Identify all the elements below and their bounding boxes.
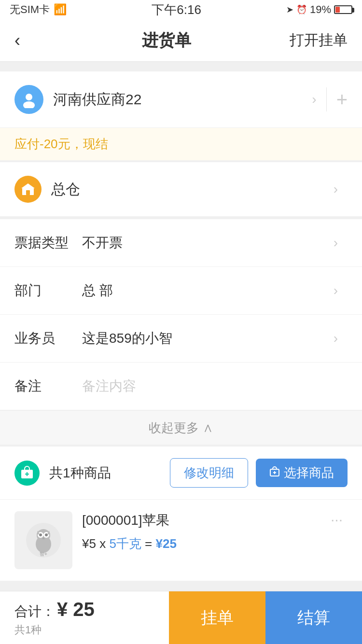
warehouse-name: 总仓	[51, 180, 334, 199]
remark-label: 备注	[14, 377, 72, 395]
salesperson-value: 这是859的小智	[82, 329, 334, 348]
total-amount: ¥ 25	[57, 599, 95, 620]
product-multiply: x	[99, 536, 109, 551]
supplier-section: 河南供应商22 › + 应付-20元，现结	[0, 71, 362, 160]
product-qty: 5千克	[109, 536, 141, 551]
product-price: ¥5	[82, 536, 96, 551]
select-product-icon	[269, 465, 280, 480]
invoice-type-label: 票据类型	[14, 234, 72, 252]
warehouse-section: 总仓 ›	[0, 162, 362, 216]
warehouse-chevron-icon: ›	[334, 182, 338, 197]
battery-percent: 19%	[310, 3, 331, 16]
select-product-label: 选择商品	[284, 464, 334, 481]
total-count: 共1种	[14, 623, 154, 637]
form-section: 票据类型 不开票 › 部门 总 部 › 业务员 这是859的小智 › 备注 备注…	[0, 219, 362, 410]
department-label: 部门	[14, 281, 72, 300]
top-divider	[0, 62, 362, 71]
status-left: 无SIM卡 📶	[10, 2, 67, 17]
product-name: [0000001]苹果	[82, 511, 326, 530]
warehouse-icon	[14, 176, 42, 203]
section-divider-2	[0, 217, 362, 218]
add-supplier-button[interactable]: +	[336, 89, 348, 111]
back-button[interactable]: ‹	[14, 30, 43, 51]
remark-input[interactable]: 备注内容	[82, 377, 348, 395]
product-count-label: 共1种商品	[49, 464, 170, 482]
svg-point-0	[26, 94, 32, 100]
location-icon: ➤	[286, 4, 293, 15]
product-header-icon	[14, 461, 40, 486]
supplier-name[interactable]: 河南供应商22	[53, 90, 312, 110]
svg-rect-4	[26, 190, 30, 195]
department-row[interactable]: 部门 总 部 ›	[0, 267, 362, 315]
svg-point-1	[23, 101, 35, 108]
product-thumbnail: 智+	[14, 511, 72, 569]
invoice-type-value: 不开票	[82, 234, 334, 252]
status-right: ➤ ⏰ 19%	[286, 3, 352, 16]
total-label: 合计：	[14, 602, 55, 621]
product-header: 共1种商品 修改明细 选择商品	[0, 447, 362, 500]
open-hang-button[interactable]: 打开挂单	[290, 30, 348, 50]
alarm-icon: ⏰	[296, 4, 307, 15]
nav-bar: ‹ 进货单 打开挂单	[0, 19, 362, 62]
supplier-info-banner: 应付-20元，现结	[0, 128, 362, 160]
total-section: 合计： ¥ 25 共1种	[0, 591, 169, 644]
product-item: 智+ [0000001]苹果 ¥5 x 5千克 = ¥25 ···	[0, 500, 362, 581]
svg-point-17	[45, 533, 48, 536]
modify-detail-button[interactable]: 修改明细	[170, 458, 248, 488]
battery-icon	[334, 5, 352, 14]
svg-text:智+: 智+	[40, 551, 47, 557]
wifi-icon: 📶	[54, 3, 67, 16]
status-bar: 无SIM卡 📶 下午6:16 ➤ ⏰ 19%	[0, 0, 362, 19]
salesperson-chevron: ›	[334, 331, 338, 346]
warehouse-row[interactable]: 总仓 ›	[0, 162, 362, 216]
supplier-avatar	[14, 85, 43, 114]
product-equals: =	[145, 536, 155, 551]
page-title: 进货单	[142, 29, 191, 52]
supplier-divider	[326, 87, 327, 112]
department-chevron: ›	[334, 283, 338, 298]
checkout-button[interactable]: 结算	[265, 591, 362, 644]
carrier-label: 无SIM卡	[10, 2, 50, 17]
remark-row[interactable]: 备注 备注内容	[0, 363, 362, 410]
product-total: ¥25	[156, 536, 177, 551]
product-section: 共1种商品 修改明细 选择商品	[0, 447, 362, 581]
hang-button[interactable]: 挂单	[169, 591, 265, 644]
product-info: [0000001]苹果 ¥5 x 5千克 = ¥25	[82, 511, 326, 552]
department-value: 总 部	[82, 281, 334, 300]
invoice-type-row[interactable]: 票据类型 不开票 ›	[0, 219, 362, 267]
select-product-button[interactable]: 选择商品	[256, 459, 348, 487]
product-thumb-owl: 智+	[24, 521, 63, 560]
collapse-bar[interactable]: 收起更多 ∧	[0, 411, 362, 445]
salesperson-label: 业务员	[14, 329, 72, 348]
invoice-type-chevron: ›	[334, 235, 338, 251]
supplier-row: 河南供应商22 › +	[0, 71, 362, 128]
bottom-bar: 合计： ¥ 25 共1种 挂单 结算	[0, 591, 362, 644]
product-price-row: ¥5 x 5千克 = ¥25	[82, 535, 326, 552]
salesperson-row[interactable]: 业务员 这是859的小智 ›	[0, 315, 362, 363]
svg-marker-3	[21, 183, 35, 188]
section-divider-3	[0, 445, 362, 446]
svg-point-16	[39, 533, 42, 536]
supplier-chevron-icon: ›	[312, 92, 316, 107]
product-more-button[interactable]: ···	[326, 511, 348, 528]
status-time: 下午6:16	[152, 1, 201, 18]
